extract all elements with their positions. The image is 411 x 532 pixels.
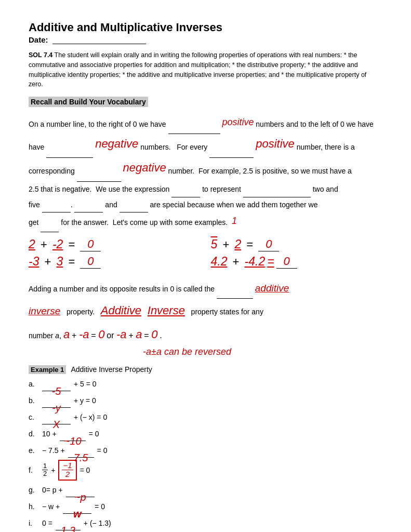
ex1-row-a: a. -5 + 5 = 0 [29, 377, 382, 391]
ex1-eq: 0 [80, 237, 101, 251]
ex1-row-f: f. 1 2 + −1 2 = 0 [29, 460, 382, 481]
ex1-left: 2 [29, 237, 35, 251]
date-label: Date: [29, 35, 48, 44]
page-title: Additive and Multiplicative Inverses [29, 21, 382, 34]
ex3-right: 3 [57, 255, 63, 269]
example-row-3: -3 + 3 = 0 [29, 255, 201, 269]
hw-inverse1: inverse [29, 305, 60, 316]
hw-negative2: negative [123, 161, 166, 174]
hw-inverse2: Inverse [148, 304, 185, 317]
hw-0-2: 0 [151, 328, 157, 341]
ex1-row-b: b. -y + y = 0 [29, 393, 382, 408]
example-row-1: 2 + -2 = 0 [29, 237, 201, 251]
date-input-line [52, 36, 146, 44]
hw-nega1: -a [79, 328, 89, 341]
section-header: Recall and Build Your Vocabulary [29, 97, 148, 107]
ex2-eq: 0 [258, 237, 279, 251]
ex4-eq: = [267, 255, 274, 269]
hw-additive1: additive [255, 283, 289, 294]
ex3-left: -3 [29, 255, 39, 269]
hw-a1: a [63, 328, 70, 341]
hw-nega2: -a [116, 328, 127, 341]
ex1-right: -2 [52, 237, 63, 251]
sol-description: SOL 7.4 The student will explain orally … [29, 50, 382, 89]
hw-positive1: positive [222, 117, 254, 127]
example-row-2: 5 + 2 = 0 [211, 237, 383, 251]
hw-a2: a [136, 328, 142, 341]
hw-positive2: positive [256, 137, 295, 150]
ex-note: 1 [232, 216, 237, 226]
vocab-section: On a number line, to the right of 0 we h… [29, 114, 382, 232]
example-row-4: 4.2 + -4.2 = 0 [211, 255, 383, 269]
example1-title: Additive Inverse Property [71, 365, 152, 374]
ex1-row-e: e. − 7.5 + 7.5 = 0 [29, 443, 382, 458]
property-note: -a±a can be reversed [143, 342, 382, 362]
ex2-left: 5 [211, 237, 218, 251]
fraction-half: 1 2 [42, 462, 48, 478]
example1-label: Example 1 [29, 365, 66, 374]
ex1-row-d: d. 10 + ~10 = 0 [29, 427, 382, 441]
date-line: Date: [29, 35, 382, 44]
hw-fraction: −1 2 [58, 460, 76, 481]
ex4-left: 4.2 [211, 255, 228, 269]
ex1-row-c: c. X + (− x) = 0 [29, 410, 382, 424]
additive-section: Adding a number and its opposite results… [29, 278, 382, 362]
ex1-row-i: i. 0 = 1.3 + (− 1.3) [29, 516, 382, 530]
ex4-eq2: 0 [276, 255, 297, 269]
examples-grid: 2 + -2 = 0 5 + 2 = 0 -3 + 3 = 0 4.2 + -4… [29, 237, 382, 269]
example1-section: Example 1 Additive Inverse Property a. -… [29, 365, 382, 530]
hw-additive2: Additive [101, 304, 141, 317]
ex1-row-g: g. 0= p + ~p [29, 483, 382, 497]
hw-0-1: 0 [98, 328, 104, 341]
hw-negative1: negative [95, 137, 138, 150]
ex2-right: 2 [234, 237, 241, 251]
ex4-right: -4.2 [245, 255, 266, 269]
ex3-eq: 0 [80, 255, 101, 269]
